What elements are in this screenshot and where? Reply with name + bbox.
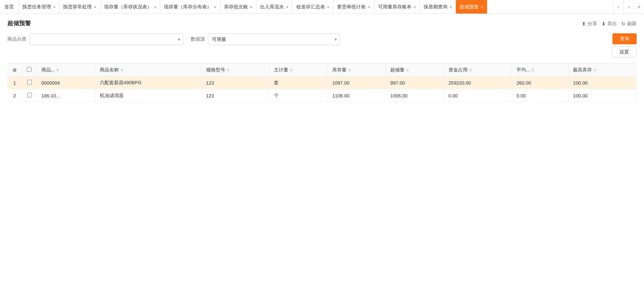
- page-content: 超储预警 ⬆ 分享 ⬇ 导出 ↻ 刷新 商品分类: [0, 14, 644, 293]
- nav-tab-close-9[interactable]: ×: [450, 5, 452, 9]
- th-max-stock[interactable]: 最高库存⇅: [568, 64, 637, 77]
- cell-unit: 套: [270, 77, 328, 89]
- page-header: 超储预警 ⬆ 分享 ⬇ 导出 ↻ 刷新: [7, 20, 637, 27]
- datasource-filter-label: 数据源: [191, 36, 205, 42]
- nav-home[interactable]: 首页: [0, 0, 19, 14]
- nav-tab-4[interactable]: 库存批次账 ×: [220, 0, 256, 14]
- header-actions: ⬆ 分享 ⬇ 导出 ↻ 刷新: [582, 21, 637, 27]
- nav-tab-close-0[interactable]: ×: [53, 5, 55, 9]
- cell-max-stock: 100.00: [568, 89, 637, 102]
- sort-icon-max-stock: ⇅: [593, 68, 596, 72]
- sort-icon-unit: ⇅: [290, 68, 293, 72]
- sort-icon-overstock: ⇅: [406, 68, 409, 72]
- cell-product-code: 0000004: [37, 77, 95, 89]
- cell-overstock: 997.00: [386, 77, 444, 89]
- sort-icon-capital: ⇅: [469, 68, 472, 72]
- cell-unit: 个: [270, 89, 328, 102]
- nav-tab-label-8: 可用量库存账本: [378, 4, 411, 10]
- sort-icon-avg: ⇅: [531, 68, 534, 72]
- cell-spec: 123: [201, 89, 270, 102]
- data-table: ⚙ 商品...⇅ 商品名称⇅ 规格型号⇅ 主计量⇅ 库存量⇅: [7, 63, 637, 102]
- nav-tab-close-2[interactable]: ×: [154, 5, 156, 9]
- page-title: 超储预警: [7, 20, 31, 27]
- nav-tab-5[interactable]: 出入库流水 ×: [256, 0, 292, 14]
- row-checkbox[interactable]: [27, 93, 32, 97]
- nav-tab-label-5: 出入库流水: [260, 4, 284, 10]
- cell-capital: 259220.00: [444, 77, 512, 89]
- sort-icon-product-name: ⇅: [120, 68, 123, 72]
- query-button[interactable]: 查询: [612, 33, 637, 44]
- nav-tab-9[interactable]: 保质期查询 ×: [420, 0, 456, 14]
- refresh-button[interactable]: ↻ 刷新: [621, 21, 637, 27]
- cell-spec: 123: [201, 77, 270, 89]
- nav-bar: 首页 拣货任务管理 × 拣货异常处理 × 现存量（库存状况表） × 现存量（库存…: [0, 0, 644, 14]
- share-icon: ⬆: [582, 21, 586, 27]
- row-number: 2: [7, 89, 22, 102]
- nav-arrows: ‹ › ×: [613, 0, 644, 14]
- th-gear[interactable]: ⚙: [7, 64, 22, 77]
- refresh-label: 刷新: [627, 21, 637, 27]
- nav-tab-2[interactable]: 现存量（库存状况表） ×: [100, 0, 160, 14]
- table-row: 2 186-10... 机油滤清器 123 个 1106.00 1006.00 …: [7, 89, 637, 102]
- nav-tab-close-1[interactable]: ×: [94, 5, 96, 9]
- nav-tab-close-10[interactable]: ×: [481, 5, 483, 9]
- nav-tab-close-8[interactable]: ×: [414, 5, 416, 9]
- th-avg[interactable]: 平均...⇅: [512, 64, 568, 77]
- nav-tab-8[interactable]: 可用量库存账本 ×: [374, 0, 420, 14]
- nav-tab-0[interactable]: 拣货任务管理 ×: [19, 0, 59, 14]
- nav-home-label: 首页: [4, 4, 14, 10]
- nav-tab-close-7[interactable]: ×: [368, 5, 370, 9]
- sort-icon-stock: ⇅: [348, 68, 351, 72]
- nav-tab-close-3[interactable]: ×: [214, 5, 216, 9]
- th-overstock[interactable]: 超储量⇅: [386, 64, 444, 77]
- export-label: 导出: [607, 21, 617, 27]
- cell-overstock: 1006.00: [386, 89, 444, 102]
- settings-button[interactable]: 设置: [612, 47, 637, 58]
- nav-tab-label-10: 超储预警: [460, 4, 479, 10]
- th-stock[interactable]: 库存量⇅: [328, 64, 385, 77]
- nav-arrow-right[interactable]: ›: [623, 0, 634, 14]
- row-checkbox-cell: [22, 77, 37, 89]
- share-label: 分享: [588, 21, 597, 27]
- th-spec[interactable]: 规格型号⇅: [201, 64, 270, 77]
- nav-arrow-left[interactable]: ‹: [613, 0, 623, 14]
- datasource-select-wrapper: 可用量: [208, 33, 340, 45]
- nav-tab-label-6: 收发存汇总表: [296, 4, 325, 10]
- category-filter-label: 商品分类: [7, 36, 26, 42]
- nav-tab-1[interactable]: 拣货异常处理 ×: [59, 0, 100, 14]
- th-product-name[interactable]: 商品名称⇅: [95, 64, 201, 77]
- cell-product-name: 机油滤清器: [95, 89, 201, 102]
- th-capital[interactable]: 资金占用⇅: [444, 64, 512, 77]
- cell-stock: 1097.00: [328, 77, 385, 89]
- refresh-icon: ↻: [621, 21, 626, 27]
- share-button[interactable]: ⬆ 分享: [582, 21, 597, 27]
- nav-tab-close-4[interactable]: ×: [250, 5, 252, 9]
- nav-tab-close-5[interactable]: ×: [286, 5, 288, 9]
- export-icon: ⬇: [601, 21, 606, 27]
- nav-tab-10[interactable]: 超储预警 ×: [456, 0, 487, 14]
- nav-tab-label-0: 拣货任务管理: [22, 4, 51, 10]
- table-header-row: ⚙ 商品...⇅ 商品名称⇅ 规格型号⇅ 主计量⇅ 库存量⇅: [7, 64, 637, 77]
- nav-tab-label-7: 要货单统计表: [337, 4, 366, 10]
- th-unit[interactable]: 主计量⇅: [270, 64, 328, 77]
- sort-icon-product-code: ⇅: [56, 68, 59, 72]
- export-button[interactable]: ⬇ 导出: [601, 21, 617, 27]
- cell-product-name: 六配套新昌490BPG: [95, 77, 201, 89]
- nav-arrow-menu[interactable]: ×: [634, 0, 644, 14]
- row-checkbox[interactable]: [27, 80, 32, 85]
- filter-buttons: 查询 设置: [612, 33, 637, 58]
- category-select-wrapper: [29, 33, 183, 45]
- th-product-code[interactable]: 商品...⇅: [37, 64, 95, 77]
- datasource-select[interactable]: 可用量: [208, 33, 340, 45]
- nav-tab-6[interactable]: 收发存汇总表 ×: [293, 0, 333, 14]
- gear-icon: ⚙: [12, 67, 17, 73]
- category-select[interactable]: [29, 33, 183, 45]
- row-number: 1: [7, 77, 22, 89]
- nav-tab-3[interactable]: 现存量（库存分布表） ×: [160, 0, 220, 14]
- sort-icon-spec: ⇅: [227, 68, 230, 72]
- row-checkbox-cell: [22, 89, 37, 102]
- nav-tab-label-4: 库存批次账: [224, 4, 248, 10]
- nav-tab-close-6[interactable]: ×: [327, 5, 329, 9]
- nav-tab-7[interactable]: 要货单统计表 ×: [333, 0, 374, 14]
- select-all-checkbox[interactable]: [27, 67, 32, 72]
